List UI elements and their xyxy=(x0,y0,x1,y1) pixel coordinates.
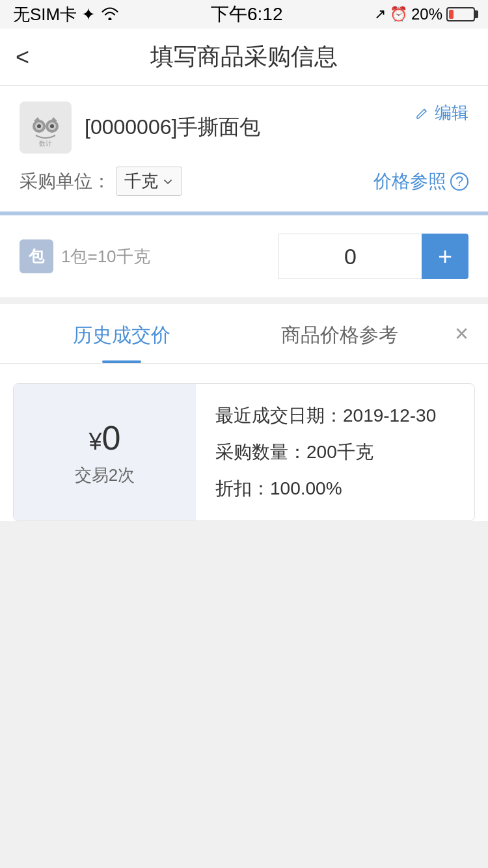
status-right: ↗ ⏰ 20% xyxy=(374,5,475,23)
product-logo: 数计 xyxy=(20,102,72,154)
status-bar: 无SIM卡 ✦ 下午6:12 ↗ ⏰ 20% xyxy=(0,0,488,29)
history-card: ¥0 交易2次 最近成交日期：2019-12-30 采购数量：200千克 折扣：… xyxy=(13,383,475,521)
unit-label: 采购单位： xyxy=(20,169,111,194)
product-left: 数计 [0000006]手撕面包 xyxy=(20,102,260,154)
history-price-value: ¥0 xyxy=(89,418,121,457)
qty-unit-info: 包 1包=10千克 xyxy=(20,239,150,273)
product-name: [0000006]手撕面包 xyxy=(85,113,260,142)
yen-symbol: ¥ xyxy=(89,428,102,455)
svg-point-4 xyxy=(37,124,41,128)
history-price-left: ¥0 交易2次 xyxy=(14,384,196,521)
recent-date-label: 最近成交日期： xyxy=(215,405,343,426)
tabs-header: 历史成交价 商品价格参考 × xyxy=(0,304,488,364)
qty-controls: 0 + xyxy=(278,234,468,279)
tab-price-reference[interactable]: 商品价格参考 xyxy=(230,304,448,363)
plus-icon: + xyxy=(438,243,452,271)
qty-value: 0 xyxy=(344,244,357,269)
tabs-panel: 历史成交价 商品价格参考 × ¥0 交易2次 最近成交日期：2019-12-30… xyxy=(0,304,488,521)
qty-plus-button[interactable]: + xyxy=(422,234,468,279)
location-icon: ↗ xyxy=(374,6,386,23)
purchase-qty-label: 采购数量： xyxy=(215,442,306,462)
main-content xyxy=(0,541,488,868)
svg-point-5 xyxy=(50,124,54,128)
status-time: 下午6:12 xyxy=(211,2,283,27)
unit-value: 千克 xyxy=(124,170,158,193)
price-ref-button[interactable]: 价格参照 ? xyxy=(373,169,468,194)
nav-bar: < 填写商品采购信息 xyxy=(0,29,488,86)
price-ref-icon: ? xyxy=(450,172,468,191)
carrier-text: 无SIM卡 ✦ xyxy=(13,3,96,26)
recent-date-value: 2019-12-30 xyxy=(343,405,436,426)
history-trade-count: 交易2次 xyxy=(75,464,135,487)
purchase-qty-value: 200千克 xyxy=(306,442,373,462)
price-ref-label: 价格参照 xyxy=(373,169,446,194)
qty-unit-badge: 包 xyxy=(20,239,53,273)
discount-label: 折扣： xyxy=(215,478,270,498)
svg-text:数计: 数计 xyxy=(39,140,52,147)
edit-label: 编辑 xyxy=(435,102,468,124)
product-header: 数计 [0000006]手撕面包 编辑 xyxy=(20,102,468,154)
battery-percent: 20% xyxy=(411,5,442,23)
qty-unit-desc: 1包=10千克 xyxy=(61,245,150,268)
discount-value: 100.00% xyxy=(270,478,342,498)
wifi-icon xyxy=(101,5,119,25)
back-button[interactable]: < xyxy=(16,44,29,71)
qty-input[interactable]: 0 xyxy=(278,234,422,279)
purchase-qty-row: 采购数量：200千克 xyxy=(215,440,455,465)
product-card: 数计 [0000006]手撕面包 编辑 采购单位： 千克 xyxy=(0,86,488,211)
quantity-row: 包 1包=10千克 0 + xyxy=(0,215,488,297)
product-unit-row: 采购单位： 千克 价格参照 ? xyxy=(20,167,468,196)
edit-button[interactable]: 编辑 xyxy=(415,102,468,124)
page-title: 填写商品采购信息 xyxy=(150,41,338,73)
recent-date-row: 最近成交日期：2019-12-30 xyxy=(215,403,455,428)
tab-history-price[interactable]: 历史成交价 xyxy=(13,304,230,363)
unit-select[interactable]: 千克 xyxy=(116,167,182,196)
status-left: 无SIM卡 ✦ xyxy=(13,3,119,26)
battery-icon xyxy=(446,7,475,21)
close-button[interactable]: × xyxy=(448,320,475,347)
discount-row: 折扣：100.00% xyxy=(215,476,455,501)
history-details: 最近成交日期：2019-12-30 采购数量：200千克 折扣：100.00% xyxy=(196,384,474,521)
alarm-icon: ⏰ xyxy=(390,6,407,23)
